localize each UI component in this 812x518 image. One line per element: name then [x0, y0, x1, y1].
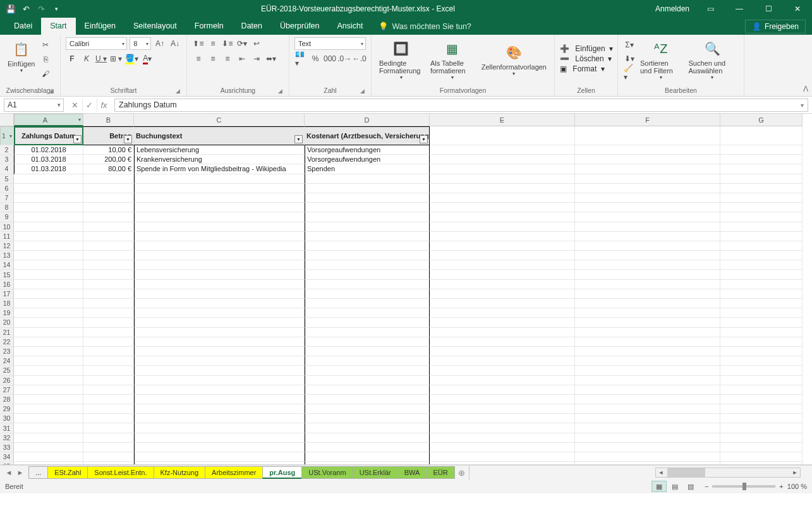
cell[interactable]: [720, 260, 803, 270]
cell[interactable]: [305, 222, 430, 232]
cell[interactable]: [14, 270, 83, 279]
cell[interactable]: [575, 203, 720, 212]
zoom-level[interactable]: 100 %: [787, 483, 807, 490]
cell[interactable]: [720, 164, 803, 174]
cell[interactable]: [305, 414, 430, 423]
cell[interactable]: [575, 260, 720, 270]
cell[interactable]: [720, 452, 803, 462]
row-header[interactable]: 28: [0, 395, 14, 404]
signin-button[interactable]: Anmelden: [649, 4, 696, 13]
cell[interactable]: [720, 289, 803, 299]
cell[interactable]: [14, 385, 83, 395]
cell[interactable]: [430, 155, 575, 164]
cell[interactable]: [720, 385, 803, 395]
cell[interactable]: [134, 308, 305, 318]
merge-center-icon[interactable]: ⬌▾: [265, 52, 277, 65]
font-name-select[interactable]: Calibri: [66, 37, 127, 50]
cell[interactable]: [575, 126, 720, 145]
cell[interactable]: [14, 203, 83, 212]
cell[interactable]: [305, 443, 430, 452]
cell[interactable]: [14, 376, 83, 385]
cell[interactable]: [720, 212, 803, 222]
cell[interactable]: [720, 155, 803, 164]
cell[interactable]: [430, 433, 575, 443]
row-header[interactable]: 19: [0, 308, 14, 318]
cell[interactable]: [83, 232, 134, 241]
cell[interactable]: [134, 356, 305, 366]
scroll-right-icon[interactable]: ►: [790, 468, 800, 477]
cell[interactable]: [305, 433, 430, 443]
sheet-tab[interactable]: BWA: [397, 466, 427, 479]
cell[interactable]: [14, 366, 83, 375]
column-header[interactable]: F: [575, 114, 720, 126]
row-header[interactable]: 5: [0, 174, 14, 184]
cell[interactable]: [430, 299, 575, 308]
cell[interactable]: [83, 251, 134, 260]
cell[interactable]: [83, 356, 134, 366]
align-right-icon[interactable]: ≡: [221, 52, 234, 65]
column-header[interactable]: G: [720, 114, 803, 126]
sheet-tab[interactable]: USt.Erklär: [353, 466, 398, 479]
cell[interactable]: [430, 145, 575, 155]
cell[interactable]: [720, 145, 803, 155]
tab-ueberpruefen[interactable]: Überprüfen: [271, 18, 329, 35]
cell[interactable]: [305, 395, 430, 404]
cell[interactable]: Vorsorgeaufwendungen: [305, 155, 430, 164]
clear-icon[interactable]: 🧹▾: [623, 66, 636, 79]
cell[interactable]: [720, 347, 803, 356]
cell[interactable]: [575, 337, 720, 347]
sheet-next-icon[interactable]: ►: [15, 469, 25, 476]
cell[interactable]: [720, 337, 803, 347]
cell[interactable]: [430, 184, 575, 193]
paste-button[interactable]: 📋 Einfügen ▾: [5, 37, 37, 75]
sheet-tab[interactable]: EÜR: [426, 466, 454, 479]
percent-format-icon[interactable]: %: [309, 52, 322, 65]
minimize-icon[interactable]: —: [725, 0, 754, 18]
cell[interactable]: [305, 385, 430, 395]
cell[interactable]: [430, 356, 575, 366]
increase-decimal-icon[interactable]: .0→: [338, 52, 351, 65]
increase-indent-icon[interactable]: ⇥: [250, 52, 263, 65]
cell[interactable]: [430, 443, 575, 452]
insert-cells-button[interactable]: ➕ Einfügen ▾: [560, 44, 612, 53]
cell[interactable]: [83, 433, 134, 443]
cell[interactable]: [720, 251, 803, 260]
cell[interactable]: [14, 299, 83, 308]
cell[interactable]: [430, 270, 575, 279]
decrease-indent-icon[interactable]: ⇤: [236, 52, 248, 65]
cell[interactable]: [430, 414, 575, 423]
cell[interactable]: [83, 184, 134, 193]
row-header[interactable]: 22: [0, 337, 14, 347]
row-header[interactable]: 9: [0, 212, 14, 222]
filter-dropdown-icon[interactable]: ▼: [294, 135, 303, 143]
cell[interactable]: [575, 155, 720, 164]
cell[interactable]: [14, 280, 83, 289]
cell[interactable]: [305, 376, 430, 385]
cell[interactable]: [575, 395, 720, 404]
zoom-in-icon[interactable]: +: [779, 483, 783, 490]
cell[interactable]: 80,00 €: [83, 164, 134, 174]
row-header[interactable]: 17: [0, 289, 14, 299]
scroll-left-icon[interactable]: ◄: [656, 468, 666, 477]
row-header[interactable]: 1: [0, 126, 15, 145]
cell[interactable]: [14, 318, 83, 327]
cell[interactable]: [83, 174, 134, 184]
select-all-corner[interactable]: [0, 114, 14, 126]
cell-styles-button[interactable]: 🎨Zellenformatvorlagen▾: [479, 40, 549, 78]
cell[interactable]: [720, 356, 803, 366]
cell[interactable]: [575, 318, 720, 327]
cell[interactable]: [134, 443, 305, 452]
cell[interactable]: [134, 385, 305, 395]
cell[interactable]: [14, 356, 83, 366]
row-header[interactable]: 3: [0, 155, 14, 164]
dialog-launcher-icon[interactable]: ◢: [176, 88, 180, 94]
cell[interactable]: [575, 308, 720, 318]
cell[interactable]: [430, 289, 575, 299]
cell[interactable]: [83, 443, 134, 452]
cell[interactable]: [83, 347, 134, 356]
cell[interactable]: [83, 385, 134, 395]
column-header[interactable]: D: [305, 114, 430, 126]
page-layout-view-icon[interactable]: ▤: [667, 481, 682, 492]
cell[interactable]: [83, 222, 134, 232]
cell[interactable]: [14, 423, 83, 433]
